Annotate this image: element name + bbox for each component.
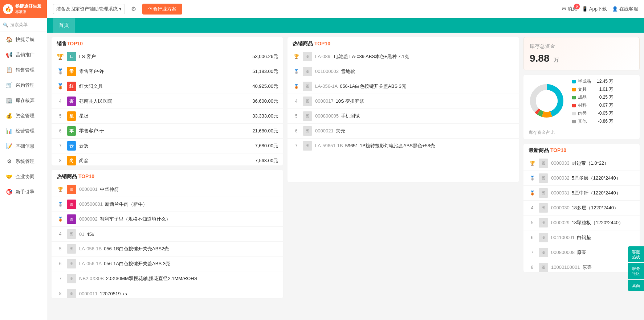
list-item: 🏆 L LS 客户 53,006.26元 xyxy=(52,49,283,64)
customer-name: 零售客户-许 xyxy=(79,68,249,75)
hot-products-list: 🏆 图 0000001中华神箭 🥈 图 000500001新西兰牛肉（新牛） 🥉… xyxy=(52,182,283,298)
service-label: 在线客服 xyxy=(619,6,638,12)
product-image: 图 xyxy=(67,214,76,224)
customer-value: 53,006.26元 xyxy=(252,53,278,60)
sidebar-item-guide[interactable]: 🎯 新手引导 xyxy=(0,184,47,200)
product-image: 图 xyxy=(303,52,312,61)
product-info: NB2.0X30B2.0X30MM双摆花轴,摆花直径2.1MM/ROHS xyxy=(79,275,278,282)
message-badge: 6 xyxy=(574,4,580,9)
enterprise-icon: 🤝 xyxy=(5,173,13,180)
rank: 🥉 xyxy=(293,84,300,89)
inventory-value: 9.88 万 xyxy=(530,53,633,64)
sidebar-item-enterprise[interactable]: 🤝 企业协同 xyxy=(0,169,47,184)
float-desktop-button[interactable]: 桌面 xyxy=(628,280,644,291)
list-item: 4 杏 苍南县人民医院 36,600.00元 xyxy=(52,94,283,109)
product-info: LA-056-1B056-1B白色按键开关壳ABS2壳 xyxy=(79,246,278,252)
service-button[interactable]: 👤 在线客服 xyxy=(612,6,638,12)
purchase-icon: 🛒 xyxy=(5,82,13,89)
rank: 8 xyxy=(57,158,64,163)
sidebar-item-finance[interactable]: 💰 资金管理 xyxy=(0,108,47,123)
list-item: 🏆 图 0000001中华神箭 xyxy=(52,182,283,197)
rank: 🏆 xyxy=(529,161,536,166)
sidebar-item-label: 快捷导航 xyxy=(16,36,34,43)
message-button[interactable]: ✉ 消息 6 xyxy=(562,6,577,12)
legend-name: 半成品 xyxy=(578,78,591,85)
legend-item-1: 文具 1.01 万 xyxy=(572,86,613,93)
nav-item-home[interactable]: 首页 xyxy=(53,18,75,33)
product-info: 0000033封边带（1.0*22） xyxy=(551,160,635,167)
legend-name: 材料 xyxy=(578,102,594,108)
legend-dot xyxy=(572,120,576,123)
donut-svg xyxy=(529,83,565,119)
rank: 🥈 xyxy=(57,68,64,75)
sidebar-item-basic[interactable]: 📝 基础信息 xyxy=(0,139,47,154)
rank: 7 xyxy=(57,276,64,281)
sidebar-item-purchase[interactable]: 🛒 采购管理 xyxy=(0,78,47,93)
sidebar-search[interactable]: 🔍 搜索菜单 xyxy=(0,18,47,32)
product-info: LA-089 电池盖 LA-089 ABS本色+黑种 7.1克 xyxy=(315,53,514,60)
customer-name: 云扬 xyxy=(79,143,252,149)
customer-name: 红太阳文具 xyxy=(79,83,249,90)
rank: 7 xyxy=(293,143,300,148)
sidebar-item-marketing[interactable]: 📢 营销推广 xyxy=(0,47,47,62)
app-label: App下载 xyxy=(589,6,607,12)
list-item: 5 星 星扬 33,333.00元 xyxy=(52,109,283,124)
donut-container: 半成品 12.45 万 文具 1.01 万 成品 0 xyxy=(523,75,640,128)
rank: 🏆 xyxy=(57,187,64,192)
product-info: 000800008原壶 xyxy=(551,249,635,256)
product-info: 0000001中华神箭 xyxy=(79,186,278,193)
product-info: 0000002智利车子里（规格不知道填什么） xyxy=(79,216,278,222)
sidebar-item-home[interactable]: 🏠 快捷导航 xyxy=(0,32,47,47)
system-selector[interactable]: 装备及固定资产辅助管理系统 ▾ xyxy=(53,4,125,14)
product-image: 图 xyxy=(303,97,312,106)
customer-name: LS 客户 xyxy=(79,53,249,60)
sidebar-item-inventory[interactable]: 🏢 库存核算 xyxy=(0,93,47,108)
basic-icon: 📝 xyxy=(5,143,13,149)
list-item: 🏆 图 LA-089 电池盖 LA-089 ABS本色+黑种 7.1克 xyxy=(288,49,519,64)
list-item: 4 图 0145# xyxy=(52,227,283,242)
product-image: 图 xyxy=(539,248,548,257)
trial-button[interactable]: 体验行业方案 xyxy=(142,4,182,15)
rank: 6 xyxy=(57,261,64,266)
list-item: 5 图 000002918颗粒板（1220*2440） xyxy=(523,216,640,230)
float-hotline-button[interactable]: 客服热线 xyxy=(628,246,644,263)
float-community-button[interactable]: 服务社区 xyxy=(628,263,644,279)
customer-value: 7,563.00元 xyxy=(255,157,278,164)
operations-icon: 📊 xyxy=(5,128,13,134)
newest-products-list: 🏆 图 0000033封边带（1.0*22） 🥈 图 00000325厘多层（1… xyxy=(523,156,640,272)
avatar: 云 xyxy=(67,141,76,151)
right-panel: 库存总资金 9.88 万 xyxy=(523,37,640,316)
rank: 🏆 xyxy=(293,54,300,59)
sidebar-item-sales[interactable]: 📋 销售管理 xyxy=(0,62,47,78)
list-item: 7 云 云扬 7,680.00元 xyxy=(52,139,283,153)
left-column: 销售TOP10 🏆 L LS 客户 53,006.26元 🥈 零 xyxy=(52,37,283,316)
settings-icon[interactable]: ⚙ xyxy=(129,4,139,14)
inventory-card: 库存总资金 9.88 万 xyxy=(523,37,640,70)
product-image: 图 xyxy=(539,263,548,272)
legend-val: -0.05 万 xyxy=(594,110,614,116)
product-image: 图 xyxy=(303,67,312,76)
nav-label: 首页 xyxy=(59,22,69,29)
top-customers-title: 销售TOP10 xyxy=(52,37,283,49)
rank: 🥉 xyxy=(57,83,64,90)
product-image: 图 xyxy=(539,203,548,213)
sidebar-item-operations[interactable]: 📊 经营管理 xyxy=(0,123,47,139)
product-info: 000001112070519-xs xyxy=(79,291,278,296)
app-download-button[interactable]: 📱 App下载 xyxy=(582,6,607,12)
rank: 5 xyxy=(57,246,64,251)
product-info: 001000002雪地靴 xyxy=(315,68,514,75)
list-item: 6 图 LA-056-1A056-1A白色按键开关盖ABS 3壳 xyxy=(52,257,283,271)
search-icon: 🔍 xyxy=(3,22,8,28)
products-hot-title: 热销商品 TOP10 xyxy=(288,37,519,49)
newest-products-card: 最新商品 TOP10 🏆 图 0000033封边带（1.0*22） 🥈 图 00… xyxy=(523,144,640,272)
rank: 🥈 xyxy=(293,69,300,74)
product-info: 000002918颗粒板（1220*2440） xyxy=(551,220,635,226)
inventory-title: 库存总资金 xyxy=(530,43,633,50)
guide-icon: 🎯 xyxy=(5,189,13,195)
legend-val: 0.25 万 xyxy=(596,94,614,100)
list-item: 7 图 LA-59651-1B59651-1B旋转投影灯电池盒ABS黑色+58壳 xyxy=(288,139,519,153)
legend-item-2: 成品 0.25 万 xyxy=(572,94,613,100)
legend: 半成品 12.45 万 文具 1.01 万 成品 0 xyxy=(572,78,613,124)
legend-val: 1.01 万 xyxy=(596,86,614,93)
sidebar-item-system[interactable]: ⚙ 系统管理 xyxy=(0,154,47,169)
